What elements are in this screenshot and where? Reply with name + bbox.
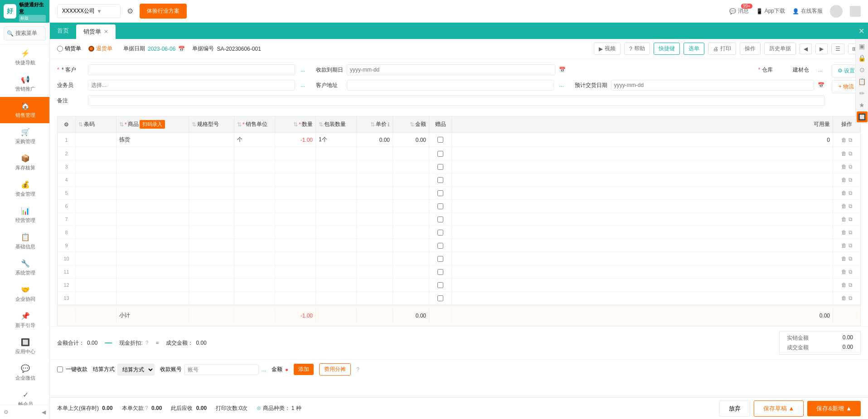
delete-icon[interactable]: 🗑: [841, 190, 847, 196]
right-panel-btn-4[interactable]: 📋: [857, 76, 868, 87]
customer-input[interactable]: [88, 64, 295, 75]
payment-account-input[interactable]: [184, 364, 259, 375]
row-amount[interactable]: [393, 226, 429, 239]
row-price[interactable]: [357, 252, 393, 265]
row-gift[interactable]: [429, 226, 452, 239]
sidebar-item-quick-nav[interactable]: ⚡ 快捷导航: [0, 44, 49, 71]
row-price[interactable]: [357, 200, 393, 212]
list-view-btn[interactable]: ☰: [831, 43, 844, 54]
row-product[interactable]: [116, 213, 189, 226]
row-price[interactable]: [357, 239, 393, 252]
copy-icon[interactable]: ⧉: [849, 137, 853, 143]
row-price[interactable]: [357, 265, 393, 278]
history-btn[interactable]: 历史单据: [764, 43, 796, 55]
sidebar-item-marketing[interactable]: 📢 营销推广: [0, 71, 49, 97]
operation-btn[interactable]: 操作: [740, 43, 761, 55]
tab-close-icon[interactable]: ✕: [104, 29, 108, 35]
row-qty[interactable]: [275, 173, 316, 186]
row-spec[interactable]: [189, 292, 234, 304]
copy-icon[interactable]: ⧉: [849, 269, 853, 275]
header-settings-icon[interactable]: ⚙: [124, 4, 136, 18]
row-barcode[interactable]: [76, 213, 116, 226]
row-price[interactable]: [357, 187, 393, 199]
row-qty-1[interactable]: -1.00: [275, 133, 316, 147]
sidebar-item-inventory[interactable]: 📦 库存核算: [0, 149, 49, 176]
right-panel-btn-2[interactable]: 🔒: [857, 53, 868, 63]
row-barcode[interactable]: [76, 173, 116, 186]
settings-icon[interactable]: ⚙: [4, 409, 9, 415]
radio-sales[interactable]: 销货单: [57, 45, 81, 53]
sidebar-item-finance[interactable]: 💰 资金管理: [0, 176, 49, 202]
row-product[interactable]: [116, 265, 189, 278]
row-product-1[interactable]: 拣货: [116, 133, 189, 147]
row-gift[interactable]: [429, 173, 452, 186]
row-price[interactable]: [357, 279, 393, 291]
row-unit[interactable]: [234, 200, 275, 212]
row-pack[interactable]: [316, 173, 357, 186]
row-gift-1[interactable]: [429, 133, 452, 147]
row-product[interactable]: [116, 279, 189, 291]
notes-input[interactable]: [88, 95, 824, 106]
row-unit-1[interactable]: 个: [234, 133, 275, 147]
col-header-settings[interactable]: ⚙: [58, 116, 76, 132]
one-click-payment[interactable]: 一键收款: [57, 366, 87, 373]
customer-address-input[interactable]: [347, 80, 554, 91]
row-barcode[interactable]: [76, 265, 116, 278]
row-spec[interactable]: [189, 265, 234, 278]
copy-icon[interactable]: ⧉: [849, 164, 853, 170]
salesperson-input[interactable]: [88, 80, 295, 91]
row-unit[interactable]: [234, 279, 275, 291]
video-btn[interactable]: ▶ 视频: [594, 43, 621, 55]
sidebar-item-collab[interactable]: 🤝 企业协同: [0, 281, 49, 307]
row-pack[interactable]: [316, 279, 357, 291]
row-product[interactable]: [116, 187, 189, 199]
delivery-date-input[interactable]: [611, 80, 814, 91]
row-qty[interactable]: [275, 226, 316, 239]
account-more-icon[interactable]: ...: [262, 366, 266, 373]
row-spec[interactable]: [189, 187, 234, 199]
row-unit[interactable]: [234, 265, 275, 278]
help-btn[interactable]: ? 帮助: [624, 43, 650, 55]
copy-icon[interactable]: ⧉: [849, 282, 853, 288]
row-spec-1[interactable]: [189, 133, 234, 147]
warehouse-more-icon[interactable]: ...: [816, 67, 824, 73]
row-unit[interactable]: [234, 292, 275, 304]
print-btn[interactable]: 🖨 打印: [708, 43, 736, 55]
delete-icon[interactable]: 🗑: [841, 177, 847, 183]
right-panel-btn-5[interactable]: ✏: [857, 88, 868, 99]
row-gift[interactable]: [429, 147, 452, 160]
customer-more-icon[interactable]: ...: [299, 67, 307, 73]
row-spec[interactable]: [189, 213, 234, 226]
search-menu-button[interactable]: 🔍 搜索菜单: [4, 26, 46, 40]
row-price[interactable]: [357, 292, 393, 304]
delete-icon[interactable]: 🗑: [841, 255, 847, 262]
row-unit[interactable]: [234, 239, 275, 252]
row-amount[interactable]: [393, 160, 429, 173]
row-qty[interactable]: [275, 160, 316, 173]
sidebar-item-vip[interactable]: ✓ 畅会员: [0, 386, 49, 405]
row-pack[interactable]: [316, 292, 357, 304]
prev-btn[interactable]: ◀: [800, 43, 812, 54]
row-barcode[interactable]: [76, 239, 116, 252]
row-qty[interactable]: [275, 187, 316, 199]
copy-icon[interactable]: ⧉: [849, 190, 853, 196]
sidebar-logo[interactable]: 好 畅捷通好生意 标版: [0, 0, 49, 23]
row-pack[interactable]: [316, 213, 357, 226]
row-pack[interactable]: [316, 252, 357, 265]
salesperson-more-icon[interactable]: ...: [299, 82, 307, 88]
copy-icon[interactable]: ⧉: [849, 216, 853, 222]
user-avatar[interactable]: [830, 5, 843, 18]
delete-icon[interactable]: 🗑: [841, 216, 847, 222]
product-type-icon[interactable]: ⊙: [257, 405, 261, 411]
row-spec[interactable]: [189, 147, 234, 160]
row-amount[interactable]: [393, 279, 429, 291]
row-amount[interactable]: [393, 147, 429, 160]
row-product[interactable]: [116, 173, 189, 186]
user-menu-icon[interactable]: [850, 6, 861, 17]
sidebar-item-system[interactable]: 🔧 系统管理: [0, 255, 49, 281]
row-pack[interactable]: [316, 239, 357, 252]
select-order-btn[interactable]: 选单: [684, 43, 704, 55]
row-amount-1[interactable]: 0.00: [393, 133, 429, 147]
row-barcode[interactable]: [76, 226, 116, 239]
row-qty[interactable]: [275, 265, 316, 278]
